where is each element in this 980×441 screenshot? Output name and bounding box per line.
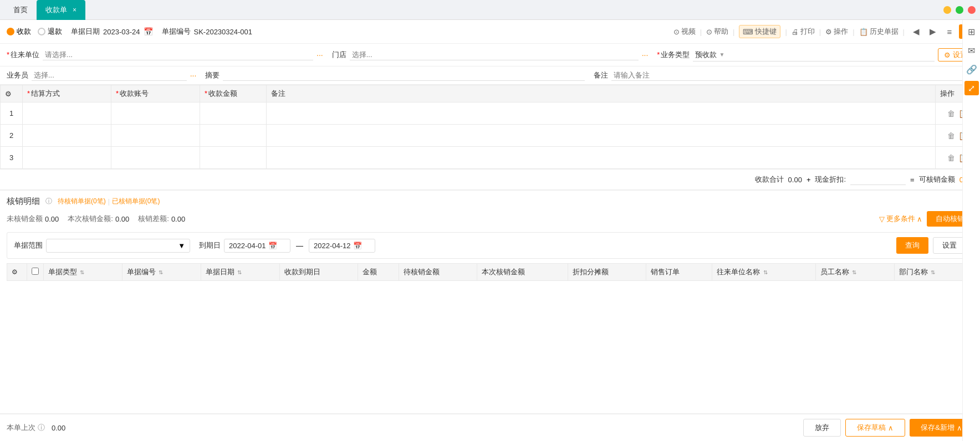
tab-bar: 首页 收款单 × [0,0,980,20]
bottom-col-pending: 待核销金额 [399,264,477,281]
radio-tuikuan[interactable]: 退款 [38,27,62,37]
tab-active[interactable]: 收款单 × [37,0,85,20]
draft-chevron-icon: ∧ [888,424,894,432]
verified-tab-link[interactable]: 已核销单据(0笔) [112,197,160,206]
tab-home[interactable]: 首页 [4,0,37,20]
partner-input[interactable] [43,49,313,60]
row3-delete-icon[interactable]: 🗑 [947,153,955,162]
video-link[interactable]: ⊙ 视频 [673,27,696,37]
col-header-remark: 备注 [267,85,936,102]
store-input[interactable] [350,49,639,60]
section-title: 核销明细 ⓘ 待核销单据(0笔) | 已核销单据(0笔) [7,196,973,207]
filter-settings-btn[interactable]: 设置 [933,237,966,254]
form-header: 收款 退款 单据日期 2023-03-24 📅 单据编号 SK-20230324… [0,20,980,44]
data-table-container: ⚙ *结算方式 *收款账号 *收款金额 备注 操作 1 [0,85,980,169]
due-date-filter-group: 到期日 2022-04-01 📅 — 2022-04-12 📅 [199,239,375,253]
date-picker-icon[interactable]: 📅 [144,27,153,36]
info-icon-footer: ⓘ [38,423,45,433]
diff-value: 0.00 [171,215,185,223]
row1-delete-icon[interactable]: 🗑 [947,109,955,118]
radio-group: 收款 退款 [7,27,62,37]
date-to-input[interactable]: 2022-04-12 📅 [309,239,375,253]
minimize-btn[interactable] [943,6,951,14]
row-num-2: 2 [1,125,23,147]
row3-settlement[interactable] [23,147,111,169]
query-btn[interactable]: 查询 [896,237,928,254]
select-all-checkbox[interactable] [32,268,39,275]
radio-dot-shoukuan [7,28,14,35]
date-from-input[interactable]: 2022-04-01 📅 [224,239,290,253]
summary-field-group: 摘要 [205,70,585,81]
tab-close-icon[interactable]: × [73,6,76,14]
sidebar-mail-icon[interactable]: ✉ [964,43,979,58]
operation-icon: ⚙ [825,28,832,36]
help-link[interactable]: ⊙ 帮助 [706,27,728,37]
draft-button[interactable]: 保存草稿 ∧ [845,419,905,437]
prev-icon-btn[interactable]: ◀ [909,24,923,39]
bottom-col-partner: 往来单位名称 ⇅ [712,264,816,281]
bottom-col-checkbox[interactable] [27,264,44,281]
discount-label: 现金折扣: [815,175,846,184]
discount-input[interactable] [850,174,906,185]
staff-input[interactable] [32,70,187,81]
unverified-label: 未核销金额 [7,214,43,224]
shortcut-link[interactable]: ⌨ 快捷键 [739,25,780,38]
row2-delete-icon[interactable]: 🗑 [947,131,955,140]
list-icon-btn[interactable]: ≡ [942,24,957,39]
radio-tuikuan-label: 退款 [48,27,62,37]
row2-amount[interactable] [200,125,267,147]
print-link[interactable]: 🖨 打印 [792,27,815,37]
store-label: 门店 [332,50,346,60]
bottom-col-settings[interactable]: ⚙ [7,264,27,281]
range-select[interactable]: ▼ [46,239,190,253]
row2-account[interactable] [111,125,200,147]
row2-remark[interactable] [267,125,936,147]
maximize-btn[interactable] [956,6,963,14]
partner-more-btn[interactable]: ··· [317,50,323,59]
table-settings-col[interactable]: ⚙ [1,85,23,102]
row3-account[interactable] [111,147,200,169]
close-btn[interactable] [968,6,976,14]
radio-dot-tuikuan [38,28,45,35]
form-fields-row1: *往来单位 ··· 门店 ··· *业务类型 预收款 ▼ ⚙ 设置 [0,44,980,66]
remark-input[interactable] [611,70,973,81]
row-num-1: 1 [1,102,23,125]
biz-type-field-group: *业务类型 预收款 ▼ ⚙ 设置 [657,48,973,61]
date-to-value: 2022-04-12 [314,242,351,250]
history-link[interactable]: 📋 历史单据 [859,27,899,37]
table-row: 2 🗑 📋 [1,125,980,147]
staff-more-btn[interactable]: ··· [190,71,197,80]
available-label: 可核销金额 [919,175,955,184]
discard-button[interactable]: 放弃 [803,419,841,437]
bottom-col-due-date: 收款到期日 [279,264,358,281]
row3-remark[interactable] [267,147,936,169]
store-more-btn[interactable]: ··· [642,50,649,59]
row3-amount[interactable] [200,147,267,169]
sidebar-link-icon[interactable]: 🔗 [964,62,979,76]
next-icon-btn[interactable]: ▶ [926,24,940,39]
date-from-value: 2022-04-01 [229,242,266,250]
row1-remark[interactable] [267,102,936,125]
biz-type-select[interactable]: 预收款 ▼ [693,49,935,61]
row1-settlement[interactable] [23,102,111,125]
info-icon[interactable]: ⓘ [45,197,52,206]
settings-icon: ⚙ [944,51,951,59]
row1-amount[interactable] [200,102,267,125]
summary-input[interactable] [223,70,585,81]
window-controls [943,6,976,14]
unverified-stat: 未核销金额 0.00 [7,214,59,224]
sidebar-table-icon[interactable]: ⊞ [964,24,979,39]
operation-link[interactable]: ⚙ 操作 [825,27,848,37]
bottom-col-amount: 金额 [358,264,399,281]
radio-shoukuan[interactable]: 收款 [7,27,31,37]
history-icon: 📋 [859,28,868,36]
sidebar-expand-icon[interactable]: ⤢ [964,81,979,95]
calendar-from-icon[interactable]: 📅 [268,242,277,250]
more-conditions-link[interactable]: ▽ 更多条件 ∧ [879,214,922,224]
row2-settlement[interactable] [23,125,111,147]
filter-row-inline: ▽ 更多条件 ∧ 自动核销 [879,211,973,227]
tab-links: 待核销单据(0笔) | 已核销单据(0笔) [58,197,160,206]
row1-account[interactable] [111,102,200,125]
pending-tab-link[interactable]: 待核销单据(0笔) [58,197,106,206]
calendar-to-icon[interactable]: 📅 [353,242,362,250]
